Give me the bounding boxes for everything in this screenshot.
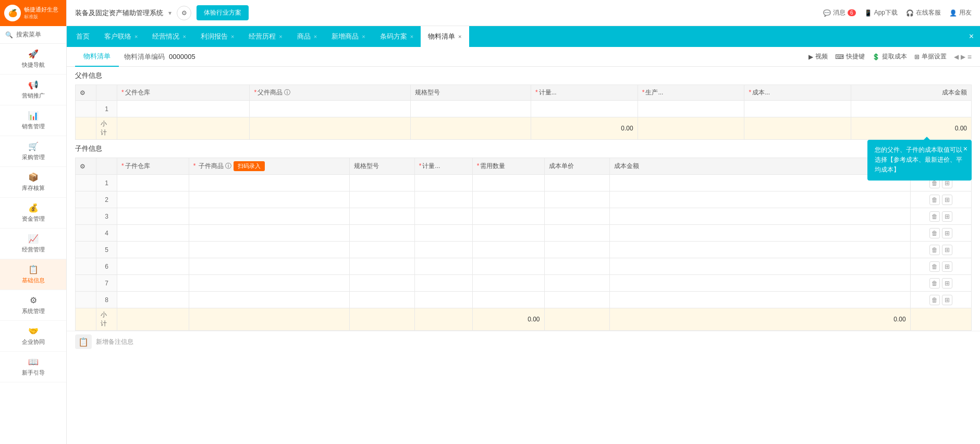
child-row-4-need-qty[interactable] (472, 225, 544, 242)
child-row-8-spec[interactable] (349, 292, 414, 308)
parent-row-1-amount[interactable] (851, 101, 972, 117)
tab-customer[interactable]: 客户联络 × (97, 26, 145, 47)
sidebar-search-item[interactable]: 🔍 搜索菜单 (0, 26, 66, 44)
delete-row-6-icon[interactable]: 🗑 (929, 261, 940, 272)
tab-new-product-close[interactable]: × (362, 33, 365, 40)
child-row-1-qty-unit[interactable] (414, 175, 472, 191)
child-row-7-spec[interactable] (349, 275, 414, 292)
grid-view-icon[interactable]: ≡ (967, 53, 972, 61)
online-service-button[interactable]: 🎧 在线客服 (906, 8, 941, 17)
trial-button[interactable]: 体验行业方案 (197, 5, 249, 20)
tab-profit-close[interactable]: × (231, 33, 234, 40)
child-row-3-spec[interactable] (349, 208, 414, 225)
child-row-6-cost-amount[interactable] (609, 258, 910, 275)
child-row-2-spec[interactable] (349, 191, 414, 208)
child-row-3-cost-amount[interactable] (609, 208, 910, 225)
delete-row-8-icon[interactable]: 🗑 (929, 295, 940, 305)
child-row-2-cost-unit[interactable] (544, 191, 609, 208)
copy-row-2-icon[interactable]: ⊞ (942, 195, 952, 205)
delete-row-7-icon[interactable]: 🗑 (929, 278, 940, 289)
sidebar-item-system[interactable]: ⚙ 系统管理 (0, 290, 66, 321)
child-row-5-cost-amount[interactable] (609, 242, 910, 258)
child-row-1-spec[interactable] (349, 175, 414, 191)
delete-row-3-icon[interactable]: 🗑 (929, 211, 940, 222)
parent-row-1-spec[interactable] (411, 101, 531, 117)
child-row-7-product[interactable] (189, 275, 349, 292)
child-row-6-product[interactable] (189, 258, 349, 275)
video-button[interactable]: ▶ 视频 (808, 52, 828, 61)
tab-bom[interactable]: 物料清单 × (421, 26, 469, 47)
tab-barcode[interactable]: 条码方案 × (373, 26, 421, 47)
child-row-8-qty-unit[interactable] (414, 292, 472, 308)
child-row-4-cost-amount[interactable] (609, 225, 910, 242)
child-row-1-cost-amount[interactable] (609, 175, 910, 191)
sub-tab-bom-list[interactable]: 物料清单 (75, 47, 119, 67)
child-row-2-warehouse[interactable] (117, 191, 189, 208)
sidebar-item-enterprise[interactable]: 🤝 企业协同 (0, 321, 66, 352)
child-row-2-product[interactable] (189, 191, 349, 208)
child-settings-col-header[interactable]: ⚙ (76, 158, 96, 175)
child-row-1-warehouse[interactable] (117, 175, 189, 191)
tab-profit[interactable]: 利润报告 × (193, 26, 241, 47)
child-row-4-spec[interactable] (349, 225, 414, 242)
parent-row-1-warehouse[interactable] (117, 101, 250, 117)
child-row-5-spec[interactable] (349, 242, 414, 258)
child-row-8-product[interactable] (189, 292, 349, 308)
nav-prev-icon[interactable]: ◀ (954, 53, 959, 61)
child-row-4-warehouse[interactable] (117, 225, 189, 242)
child-row-1-need-qty[interactable] (472, 175, 544, 191)
child-row-1-product[interactable] (189, 175, 349, 191)
shortcut-button[interactable]: ⌨ 快捷键 (835, 52, 865, 61)
tab-customer-close[interactable]: × (134, 33, 138, 40)
copy-row-7-icon[interactable]: ⊞ (942, 278, 952, 289)
copy-row-6-icon[interactable]: ⊞ (942, 261, 952, 272)
child-row-3-cost-unit[interactable] (544, 208, 609, 225)
sidebar-item-marketing[interactable]: 📢 营销推广 (0, 75, 66, 105)
child-row-7-qty-unit[interactable] (414, 275, 472, 292)
tab-new-product[interactable]: 新增商品 × (324, 26, 372, 47)
parent-row-1-product[interactable] (250, 101, 411, 117)
child-row-5-warehouse[interactable] (117, 242, 189, 258)
tab-history-close[interactable]: × (279, 33, 282, 40)
sidebar-item-operation[interactable]: 📈 经营管理 (0, 229, 66, 259)
parent-row-1-qty[interactable] (531, 101, 638, 117)
tab-operation-status-close[interactable]: × (182, 33, 186, 40)
sidebar-item-inventory[interactable]: 📦 库存核算 (0, 167, 66, 198)
child-row-8-need-qty[interactable] (472, 292, 544, 308)
tab-products[interactable]: 商品 × (290, 26, 324, 47)
tooltip-close-button[interactable]: × (963, 143, 967, 154)
child-row-6-spec[interactable] (349, 258, 414, 275)
child-row-2-qty-unit[interactable] (414, 191, 472, 208)
child-row-7-need-qty[interactable] (472, 275, 544, 292)
tab-history[interactable]: 经营历程 × (241, 26, 289, 47)
tab-bom-close[interactable]: × (458, 33, 461, 40)
tab-products-close[interactable]: × (314, 33, 317, 40)
delete-row-2-icon[interactable]: 🗑 (929, 195, 940, 205)
child-row-4-product[interactable] (189, 225, 349, 242)
child-row-2-cost-amount[interactable] (609, 191, 910, 208)
child-row-3-warehouse[interactable] (117, 208, 189, 225)
child-row-3-qty-unit[interactable] (414, 208, 472, 225)
child-row-7-cost-unit[interactable] (544, 275, 609, 292)
sidebar-item-finance[interactable]: 💰 资金管理 (0, 198, 66, 229)
extract-cost-button[interactable]: 💲 提取成本 (872, 52, 907, 61)
child-row-7-warehouse[interactable] (117, 275, 189, 292)
delete-row-5-icon[interactable]: 🗑 (929, 245, 940, 255)
settings-button[interactable]: ⚙ (177, 6, 191, 20)
child-row-5-need-qty[interactable] (472, 242, 544, 258)
sidebar-item-guide[interactable]: 📖 新手引导 (0, 352, 66, 382)
child-row-2-need-qty[interactable] (472, 191, 544, 208)
child-row-1-cost-unit[interactable] (544, 175, 609, 191)
child-row-6-need-qty[interactable] (472, 258, 544, 275)
child-row-7-cost-amount[interactable] (609, 275, 910, 292)
child-row-8-cost-amount[interactable] (609, 292, 910, 308)
child-row-4-qty-unit[interactable] (414, 225, 472, 242)
child-row-5-product[interactable] (189, 242, 349, 258)
close-all-tabs-button[interactable]: × (965, 32, 978, 41)
parent-row-1-produce[interactable] (638, 101, 744, 117)
scan-input-button[interactable]: 扫码录入 (234, 161, 265, 171)
child-row-5-cost-unit[interactable] (544, 242, 609, 258)
copy-row-5-icon[interactable]: ⊞ (942, 245, 952, 255)
user-menu-button[interactable]: 👤 用友 (949, 8, 972, 17)
child-row-6-warehouse[interactable] (117, 258, 189, 275)
